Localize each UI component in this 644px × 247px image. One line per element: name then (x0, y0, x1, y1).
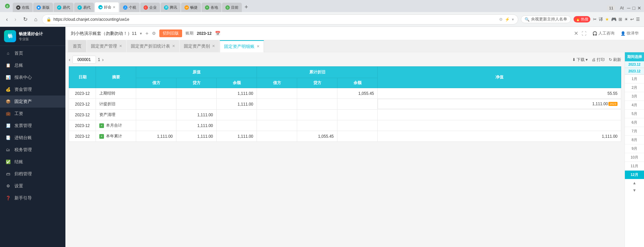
dropdown-arrow[interactable]: ▾ (140, 31, 142, 36)
sidebar-item-home[interactable]: ⌂ 首页 (0, 47, 65, 59)
period-scroll-down[interactable]: ▼ (625, 187, 644, 194)
prev-page-button[interactable]: ‹ (69, 57, 70, 62)
sidebar-item-ledger[interactable]: 📋 总账 (0, 59, 65, 71)
close-icon-header[interactable]: ✕ (574, 30, 578, 37)
back-nav-button[interactable]: ‹ (4, 16, 10, 23)
page-number-input[interactable] (72, 56, 96, 64)
period-month-1[interactable]: 1月 (625, 75, 644, 83)
refresh-nav-button[interactable]: ↻ (21, 15, 30, 23)
star-tool[interactable]: ★ (605, 17, 609, 22)
scissors-tool[interactable]: ✂ (593, 17, 597, 22)
cell-summary: 上期结转 (96, 88, 136, 99)
sidebar-item-payroll[interactable]: 💼 工资 (0, 108, 65, 120)
tab-homepage[interactable]: 首页 (68, 40, 86, 52)
sidebar-item-settings[interactable]: ⚙ 设置 (0, 180, 65, 192)
cell-orig-credit: 1,111.00 (176, 110, 217, 120)
period-year-bottom[interactable]: 2023.12 (625, 68, 644, 75)
cell-net (378, 110, 621, 120)
expand-icon-header[interactable]: ⛶ (582, 31, 586, 36)
sidebar-item-tax[interactable]: 🗂 税务管理 (0, 144, 65, 156)
help-button[interactable]: 🎧 人工咨询 (592, 30, 614, 36)
tab-各地[interactable]: ≡ 各地 (202, 3, 221, 12)
dropdown-icon[interactable]: ▾ (512, 17, 514, 22)
close-btn[interactable]: ✕ (637, 5, 641, 11)
game-tool[interactable]: 🎮 (611, 17, 616, 22)
sidebar-item-reports[interactable]: 📊 报表中心 (0, 71, 65, 83)
period-month-6[interactable]: 6月 (625, 118, 644, 127)
tab-fixed-assets-mgmt[interactable]: 固定资产管理 ✕ (87, 40, 126, 52)
sidebar-label-assets: 固定资产 (14, 99, 32, 105)
hot-search-badge[interactable]: 🔥 热搜 (574, 16, 590, 22)
period-month-2[interactable]: 2月 (625, 83, 644, 92)
refresh-button[interactable]: ↻ 刷新 (609, 57, 621, 63)
print-button[interactable]: 🖨 打印 (592, 57, 605, 63)
sidebar-item-funds[interactable]: 💰 资金管理 (0, 83, 65, 96)
browser-back-icon[interactable]: e (3, 1, 12, 11)
sidebar-item-assets[interactable]: 📦 固定资产 (0, 96, 65, 108)
tab-目前[interactable]: S 目前 (222, 3, 242, 12)
search-icon: 🔍 (525, 17, 530, 22)
period-month-4[interactable]: 4月 (625, 101, 644, 110)
tab-易代2[interactable]: ✔ 易代 (74, 3, 94, 12)
forward-nav-button[interactable]: › (12, 16, 18, 23)
period-year-top[interactable]: 2023.12 (625, 61, 644, 68)
cell-summary: 计提折旧 (96, 99, 136, 110)
period-month-5[interactable]: 5月 (625, 110, 644, 118)
invoice-icon: 🧾 (5, 123, 11, 128)
close-tab-category[interactable]: ✕ (212, 44, 215, 48)
download-arrow: ▾ (586, 57, 588, 62)
tab-企业[interactable]: C 企业 (140, 3, 160, 12)
menu-tool[interactable]: ☰ (636, 17, 640, 22)
maximize-btn[interactable]: □ (633, 5, 635, 11)
brightness-tool[interactable]: ☀ (624, 17, 628, 22)
sidebar-item-closing[interactable]: ✅ 结账 (0, 156, 65, 168)
new-tab-button[interactable]: + (243, 4, 250, 11)
page-current-num: 1 (98, 57, 100, 62)
back-to-old-button[interactable]: 切到旧版 (159, 29, 182, 37)
next-page-button[interactable]: › (102, 57, 104, 62)
tab-好会-active[interactable]: ☁ 好会 ✕ (95, 2, 119, 12)
period-month-7[interactable]: 7月 (625, 127, 644, 136)
close-tab-depreciation[interactable]: ✕ (172, 44, 175, 48)
period-month-9[interactable]: 9月 (625, 144, 644, 153)
search-box[interactable]: 🔍 央视更新主持人名单 (521, 15, 571, 23)
sidebar-item-invoice[interactable]: 🧾 发票管理 (0, 120, 65, 132)
period-month-10[interactable]: 10月 (625, 153, 644, 162)
close-tab-fixed-assets[interactable]: ✕ (119, 44, 122, 48)
period-month-8[interactable]: 8月 (625, 136, 644, 144)
period-month-3[interactable]: 3月 (625, 92, 644, 101)
tab-个税[interactable]: 人 个税 (120, 3, 140, 12)
col-acc-debit: 借方 (257, 78, 297, 88)
user-button[interactable]: 👤 徐泽华 (621, 30, 639, 36)
add-account-button[interactable]: + (145, 30, 148, 37)
tab-close-好会[interactable]: ✕ (113, 5, 115, 9)
tab-在线[interactable]: ● 在线 (13, 3, 33, 12)
sidebar-item-purchase[interactable]: 📑 进销台账 (0, 132, 65, 144)
period-month-12[interactable]: 12月 (625, 171, 644, 179)
col-orig-debit: 借方 (136, 78, 176, 88)
tab-畅捷[interactable]: M 畅捷 (181, 3, 201, 12)
settings-icon-btn[interactable]: ⚙ (152, 31, 156, 36)
table-row-annual-total: 2023-12 + 本年累计 1,111.00 1,111.00 1,111.0… (69, 131, 621, 142)
tab-depreciation-stats[interactable]: 固定资产折旧统计表 ✕ (127, 40, 179, 52)
minimize-btn[interactable]: ─ (627, 5, 631, 11)
period-scroll-up[interactable]: ▲ (625, 179, 644, 187)
download-button[interactable]: ⬇ 下载 ▾ (572, 57, 588, 63)
period-month-11[interactable]: 11月 (625, 162, 644, 171)
tab-detail-ledger-active[interactable]: 固定资产明细账 ✕ (220, 40, 264, 52)
grid-tool[interactable]: ⊞ (619, 17, 622, 22)
home-nav-button[interactable]: ⌂ (32, 16, 40, 23)
tab-category[interactable]: 固定资产类别 ✕ (180, 40, 219, 52)
calendar-icon[interactable]: 📅 (215, 31, 220, 36)
address-input[interactable]: 🔒 https://cloud.chanjet.com/accounting/u… (42, 14, 518, 24)
undo-tool[interactable]: ↩ (630, 17, 634, 22)
tab-新版[interactable]: ■ 新版 (33, 3, 53, 12)
sidebar-item-guide[interactable]: ❓ 新手引导 (0, 192, 65, 204)
user-icon: 👤 (621, 31, 626, 36)
sidebar-item-archive[interactable]: 🗃 归档管理 (0, 168, 65, 180)
translate-tool[interactable]: 译 (599, 16, 603, 22)
tab-腾讯[interactable]: 腾 腾讯 (161, 3, 180, 12)
cell-date: 2023-12 (69, 88, 96, 99)
tab-易代1[interactable]: ✔ 易代 (54, 3, 73, 12)
close-tab-detail[interactable]: ✕ (257, 44, 260, 49)
